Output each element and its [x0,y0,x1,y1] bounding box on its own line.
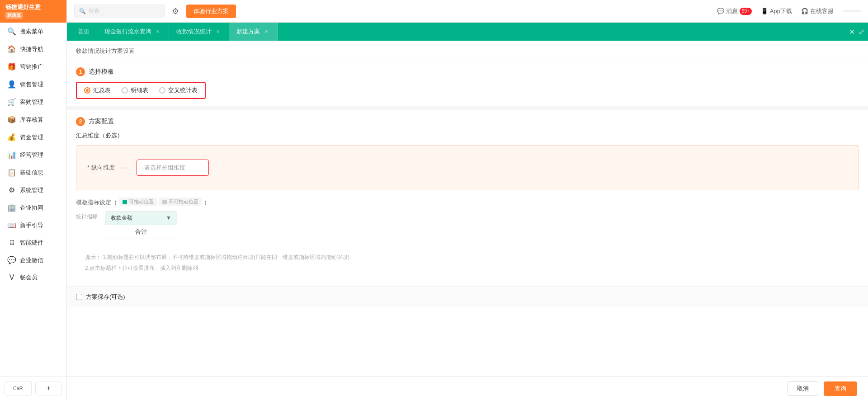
sidebar-item-guide[interactable]: 📖 新手引导 [0,216,66,234]
non-draggable-indicator [162,200,167,204]
sidebar-item-label: 智能硬件 [20,239,43,247]
tab-cashflow[interactable]: 现金银行流水查询 × [97,23,169,41]
cancel-button[interactable]: 取消 [788,381,818,396]
breadcrumb-text: 收款情况统计方案设置 [76,47,135,54]
service-icon: 🎧 [801,8,808,14]
step1-section: 1 选择模板 汇总表 明细表 交叉统计表 [67,60,868,106]
step1-badge: 1 [76,67,85,76]
list-icon: 📋 [7,168,16,177]
metrics-label: 模板指标设定（ 可拖动位置 不可拖动位置 ） [76,198,859,207]
sidebar-item-label: 销售管理 [20,80,43,89]
notification-label: 消息 [726,7,738,15]
metrics-table-header[interactable]: 收款金额 ▼ [105,212,177,225]
draggable-indicator [123,200,127,204]
radio-crosstab[interactable]: 交叉统计表 [159,86,198,94]
hint-line2: 2.点击标题栏下拉可设置排序、插入列和删除列 [85,263,850,273]
tab-bar: 首页 现金银行流水查询 × 收款情况统计 × 新建方案 × ✕ ⤢ [67,23,868,41]
sidebar-item-label: 企业微信 [20,256,43,264]
sidebar-item-nav[interactable]: 🏠 快捷导航 [0,40,66,58]
subsection-label: 汇总维度（必选） [76,132,123,139]
user-display [843,10,861,12]
tab-close-icon[interactable]: × [154,28,161,35]
hint-line1: 提示： 1.拖动标题栏可以调整布局，不可跨维度或指标区域拖动栏目段(只能在同一维… [85,252,850,263]
tab-label: 新建方案 [236,28,260,36]
radio-detail[interactable]: 明细表 [122,86,148,94]
close-window-icon[interactable]: ✕ [849,28,855,36]
radio-circle-summary [84,87,90,94]
stats-label: 统计指标 [76,211,98,239]
sidebar-item-hardware[interactable]: 🖥 智能硬件 [0,234,66,251]
topbar-right: 💬 消息 99+ 📱 App下载 🎧 在线客服 [717,7,861,15]
sidebar-item-wechat[interactable]: 💬 企业微信 [0,251,66,269]
dimension-input[interactable]: 请选择分组维度 [137,160,209,176]
radio-circle-detail [122,87,128,94]
topbar-search[interactable]: 🔍 搜索 [74,5,165,18]
vip-icon: V [7,273,16,282]
app-name: 畅捷通好生意 [5,4,41,11]
service-label: 在线客服 [810,7,834,15]
gear-icon: ⚙ [7,186,16,194]
save-label: 方案保存(可选) [86,293,125,301]
gift-icon: 🎁 [7,62,16,71]
sidebar-item-label: 搜索菜单 [20,28,43,36]
sidebar-item-sales[interactable]: 👤 销售管理 [0,75,66,93]
metrics-setting: 模板指标设定（ 可拖动位置 不可拖动位置 ） [76,198,859,239]
sidebar-item-enterprise[interactable]: 🏢 企业协同 [0,199,66,216]
content-area: 收款情况统计方案设置 1 选择模板 汇总表 明细表 [67,41,868,400]
download-icon: 📱 [761,8,768,14]
settings-icon[interactable]: ⚙ [172,6,179,16]
tab-close-icon[interactable]: × [214,28,222,35]
tab-close-icon[interactable]: × [263,28,270,35]
app-edition: 标准版 [5,12,23,19]
notification-item[interactable]: 💬 消息 99+ [717,7,752,15]
section-divider [67,106,868,110]
sidebar-item-purchase[interactable]: 🛒 采购管理 [0,93,66,111]
sidebar-item-operations[interactable]: 📊 经营管理 [0,146,66,164]
maximize-icon[interactable]: ⤢ [859,28,864,36]
monitor-icon: 🖥 [7,239,16,247]
sidebar-item-search[interactable]: 🔍 搜索菜单 [0,23,66,40]
query-button[interactable]: 查询 [824,381,857,396]
tab-receivables[interactable]: 收款情况统计 × [169,23,229,41]
tab-new-plan[interactable]: 新建方案 × [229,23,278,41]
sidebar-bottom-btn2[interactable]: ⬆ [35,381,62,395]
notification-badge: 99+ [740,8,752,15]
step2-title-text: 方案配置 [89,118,114,126]
metrics-table-row: 合计 [105,225,177,239]
radio-circle-crosstab [159,87,165,94]
main-area: 🔍 搜索 ⚙ 体验行业方案 💬 消息 99+ 📱 App下载 🎧 在线客服 首页 [67,0,868,400]
sidebar-bottom-btn1[interactable]: CaR [5,381,32,395]
sidebar-item-marketing[interactable]: 🎁 营销推广 [0,58,66,75]
tab-home[interactable]: 首页 [71,23,97,41]
step1-title: 1 选择模板 [76,67,859,76]
sidebar-item-finance[interactable]: 💰 资金管理 [0,128,66,146]
sidebar-item-label: 营销推广 [20,63,43,71]
radio-summary[interactable]: 汇总表 [84,86,111,94]
search-placeholder: 搜索 [89,7,99,15]
save-checkbox[interactable] [76,294,82,300]
book-icon: 📖 [7,221,16,230]
service-item[interactable]: 🎧 在线客服 [801,7,834,15]
industry-button[interactable]: 体验行业方案 [186,5,236,18]
sidebar-item-label: 资金管理 [20,133,43,141]
footer-spacer [67,307,868,331]
sidebar-bottom: CaR ⬆ [0,376,66,400]
topbar: 🔍 搜索 ⚙ 体验行业方案 💬 消息 99+ 📱 App下载 🎧 在线客服 [67,0,868,23]
chart-icon: 📊 [7,151,16,159]
building-icon: 🏢 [7,203,16,212]
metrics-label-text: 模板指标设定（ 可拖动位置 不可拖动位置 ） [76,198,210,207]
sidebar-item-system[interactable]: ⚙ 系统管理 [0,181,66,199]
chevron-down-icon[interactable]: ▼ [166,215,171,221]
dimension-placeholder: 请选择分组维度 [144,164,185,172]
subsection-title: 汇总维度（必选） [76,132,859,140]
radio-label-crosstab: 交叉统计表 [168,86,198,94]
step2-section: 2 方案配置 汇总维度（必选） * 纵向维度 — 请选择分组维度 [67,110,868,286]
sidebar-item-label: 快捷导航 [20,45,43,53]
home-icon: 🏠 [7,45,16,53]
sidebar-item-inventory[interactable]: 📦 库存核算 [0,111,66,128]
template-radio-group: 汇总表 明细表 交叉统计表 [76,82,206,99]
download-item[interactable]: 📱 App下载 [761,7,792,15]
sidebar-item-basics[interactable]: 📋 基础信息 [0,164,66,181]
sidebar-item-label: 库存核算 [20,116,43,124]
sidebar-item-member[interactable]: V 畅会员 [0,269,66,286]
